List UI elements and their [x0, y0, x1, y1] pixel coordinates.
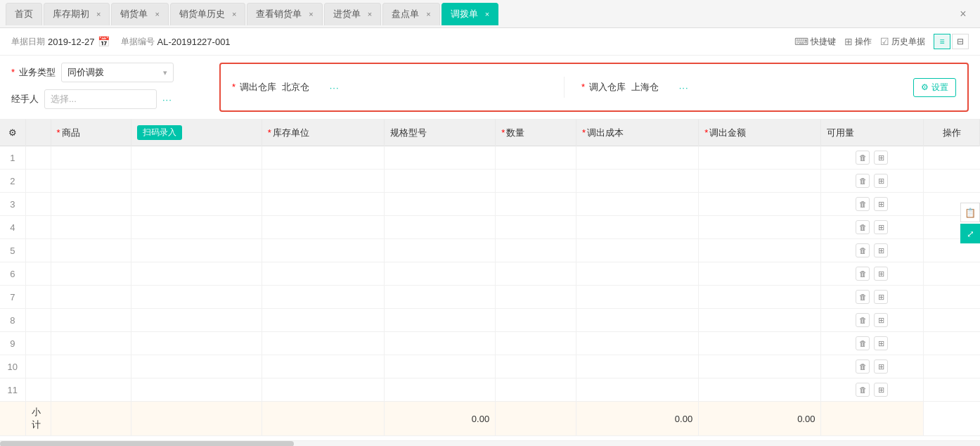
- table-header-unit: *库存单位: [262, 120, 384, 146]
- table-header-quantity: *数量: [496, 120, 576, 146]
- table-row: 8🗑⊞: [0, 309, 980, 332]
- tab-purchase-order[interactable]: 进货单 ×: [324, 3, 381, 25]
- delete-icon[interactable]: 🗑: [856, 336, 870, 350]
- copy-icon[interactable]: ⊞: [874, 197, 888, 211]
- dropdown-arrow-icon: ▾: [163, 68, 167, 77]
- delete-icon[interactable]: 🗑: [856, 220, 870, 234]
- view-toggle: ≡ ⊟: [934, 34, 969, 49]
- table-row: 2🗑⊞: [0, 170, 980, 193]
- toolbar: 单据日期 2019-12-27 📅 单据编号 AL-20191227-001 ⌨…: [0, 28, 980, 56]
- warehouse-divider: [564, 77, 565, 98]
- tab-close-transfer[interactable]: ×: [485, 10, 489, 18]
- bottom-scrollbar[interactable]: [0, 440, 980, 446]
- table-container: ⚙ *商品 扫码录入 *库存单位 规格型号 *数量 *调出成本 *调出金额 可用…: [0, 119, 980, 440]
- tab-close-inventory-init[interactable]: ×: [96, 10, 101, 18]
- scroll-thumb[interactable]: [0, 441, 294, 446]
- tab-view-sales[interactable]: 查看销货单 ×: [247, 3, 322, 25]
- copy-icon[interactable]: ⊞: [874, 290, 888, 304]
- copy-icon[interactable]: ⊞: [874, 267, 888, 281]
- tab-close-purchase-order[interactable]: ×: [368, 10, 372, 18]
- tab-close-stocktake[interactable]: ×: [426, 10, 430, 18]
- table-body: 1🗑⊞ 2🗑⊞ 3🗑⊞ 4🗑⊞ 5🗑⊞ 6🗑⊞ 7🗑⊞ 8🗑⊞ 9🗑⊞ 10🗑⊞…: [0, 146, 980, 436]
- copy-icon[interactable]: ⊞: [874, 220, 888, 234]
- business-type-field: * 业务类型 同价调拨 ▾: [11, 63, 208, 82]
- table-row: 3🗑⊞: [0, 193, 980, 216]
- table-header-product: *商品: [51, 120, 131, 146]
- delete-icon[interactable]: 🗑: [856, 174, 870, 188]
- tab-sales-order[interactable]: 销货单 ×: [111, 3, 168, 25]
- delete-icon[interactable]: 🗑: [856, 151, 870, 165]
- settings-button[interactable]: ⚙ 设置: [913, 78, 956, 97]
- business-type-label: 业务类型: [19, 67, 56, 77]
- table-row: 6🗑⊞: [0, 262, 980, 286]
- date-field: 单据日期 2019-12-27 📅: [11, 36, 110, 48]
- tab-close-sales-history[interactable]: ×: [232, 10, 236, 18]
- copy-icon[interactable]: ⊞: [874, 174, 888, 188]
- scan-entry-button[interactable]: 扫码录入: [137, 125, 182, 140]
- delete-icon[interactable]: 🗑: [856, 267, 870, 281]
- main-content: 单据日期 2019-12-27 📅 单据编号 AL-20191227-001 ⌨…: [0, 28, 980, 446]
- form-section: * 业务类型 同价调拨 ▾ 经手人 选择... ··· *: [0, 56, 980, 119]
- tab-home[interactable]: 首页: [6, 3, 42, 25]
- table-header-available: 可用量: [821, 120, 924, 146]
- tab-sales-history[interactable]: 销货单历史 ×: [170, 3, 245, 25]
- table-row: 11🗑⊞: [0, 378, 980, 402]
- doc-no-field: 单据编号 AL-20191227-001: [121, 36, 231, 48]
- delete-icon[interactable]: 🗑: [856, 359, 870, 374]
- delete-icon[interactable]: 🗑: [856, 243, 870, 257]
- warehouse-in-value: 上海仓: [631, 81, 673, 94]
- table-row: 5🗑⊞: [0, 239, 980, 262]
- grid-view-button[interactable]: ⊟: [952, 34, 969, 49]
- note-float-button[interactable]: 📋: [960, 203, 980, 222]
- right-toolbar: ⌨ 快捷键 ⊞ 操作 ☑ 历史单据 ≡ ⊟: [794, 34, 969, 49]
- handler-label: 经手人: [11, 93, 39, 106]
- table-header-num: [25, 120, 51, 146]
- shortcut-icon: ⌨: [794, 36, 808, 47]
- table-header-amount: *调出金额: [699, 120, 821, 146]
- delete-icon[interactable]: 🗑: [856, 290, 870, 304]
- warehouse-out-value: 北京仓: [282, 81, 324, 94]
- tab-transfer[interactable]: 调拨单 ×: [441, 3, 498, 25]
- tab-inventory-init[interactable]: 库存期初 ×: [44, 3, 110, 25]
- operations-button[interactable]: ⊞ 操作: [844, 36, 872, 48]
- warehouse-in-label: 调入仓库: [589, 82, 626, 92]
- window-close-button[interactable]: ×: [952, 3, 974, 25]
- operation-icon: ⊞: [844, 36, 853, 47]
- history-icon: ☑: [880, 36, 889, 47]
- delete-icon[interactable]: 🗑: [856, 197, 870, 211]
- external-link-float-button[interactable]: ⤢: [960, 224, 980, 243]
- business-type-select[interactable]: 同价调拨 ▾: [61, 63, 174, 82]
- warehouse-in-more-button[interactable]: ···: [679, 82, 689, 93]
- copy-icon[interactable]: ⊞: [874, 359, 888, 374]
- shortcuts-button[interactable]: ⌨ 快捷键: [794, 36, 836, 48]
- handler-more-button[interactable]: ···: [162, 94, 172, 105]
- table-header-row: ⚙ *商品 扫码录入 *库存单位 规格型号 *数量 *调出成本 *调出金额 可用…: [0, 120, 980, 146]
- warehouse-out-label: 调出仓库: [240, 82, 276, 92]
- handler-select[interactable]: 选择...: [44, 89, 157, 109]
- handler-field: 经手人 选择... ···: [11, 89, 208, 109]
- warehouse-out-more-button[interactable]: ···: [330, 82, 340, 93]
- copy-icon[interactable]: ⊞: [874, 243, 888, 257]
- table-row: 4🗑⊞: [0, 216, 980, 239]
- copy-icon[interactable]: ⊞: [874, 383, 888, 397]
- copy-icon[interactable]: ⊞: [874, 336, 888, 350]
- calendar-icon[interactable]: 📅: [98, 36, 110, 47]
- copy-icon[interactable]: ⊞: [874, 313, 888, 327]
- delete-icon[interactable]: 🗑: [856, 313, 870, 327]
- list-view-button[interactable]: ≡: [934, 34, 950, 49]
- warehouse-out-field: * 调出仓库 北京仓 ···: [232, 81, 547, 94]
- tab-bar: 首页 库存期初 × 销货单 × 销货单历史 × 查看销货单 × 进货单 × 盘点…: [0, 0, 980, 28]
- table-row: 7🗑⊞: [0, 286, 980, 309]
- tab-close-sales-order[interactable]: ×: [155, 10, 159, 18]
- table-header-action: 操作: [924, 120, 980, 146]
- table-header-gear[interactable]: ⚙: [0, 120, 25, 146]
- copy-icon[interactable]: ⊞: [874, 151, 888, 165]
- delete-icon[interactable]: 🗑: [856, 383, 870, 397]
- tab-close-view-sales[interactable]: ×: [309, 10, 313, 18]
- tab-stocktake[interactable]: 盘点单 ×: [382, 3, 439, 25]
- table-header-spec: 规格型号: [385, 120, 496, 146]
- form-left: * 业务类型 同价调拨 ▾ 经手人 选择... ···: [11, 63, 208, 109]
- table-row: 9🗑⊞: [0, 332, 980, 355]
- settings-gear-icon: ⚙: [921, 82, 929, 92]
- history-button[interactable]: ☑ 历史单据: [880, 36, 925, 48]
